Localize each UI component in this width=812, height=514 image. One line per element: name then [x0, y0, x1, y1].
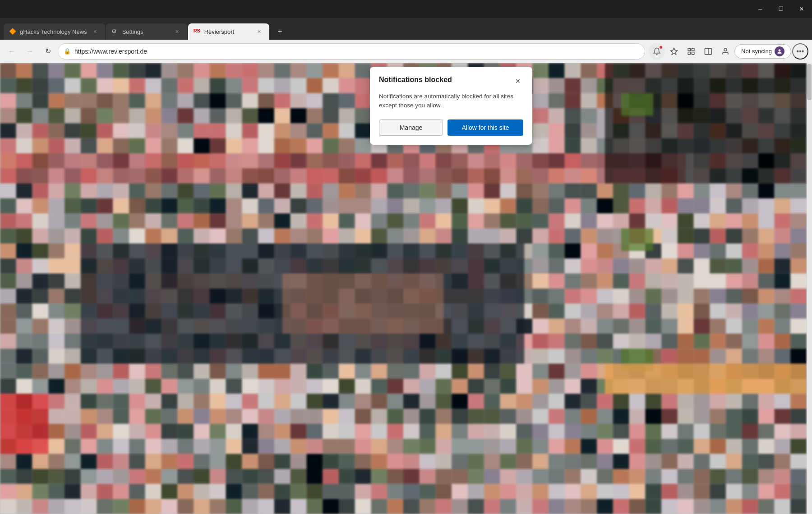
svg-rect-1	[688, 48, 690, 50]
toolbar-icons: Not syncing •••	[649, 43, 808, 60]
minimize-button[interactable]: ─	[750, 0, 770, 18]
tab-favicon-ghacks: 🔶	[9, 28, 16, 35]
notification-popup: Notifications blocked ✕ Notifications ar…	[370, 67, 532, 145]
svg-rect-4	[688, 52, 690, 54]
reload-button[interactable]: ↻	[40, 43, 56, 60]
page-content: Notifications blocked ✕ Notifications ar…	[0, 63, 812, 514]
tab-bar: 🔶 gHacks Technology News ✕ ⚙ Settings ✕ …	[0, 18, 812, 40]
popup-body: Notifications are automatically blocked …	[379, 92, 523, 110]
svg-point-7	[724, 48, 727, 51]
sync-button[interactable]: Not syncing	[734, 44, 791, 59]
notification-badge	[659, 46, 663, 49]
scrollbar[interactable]	[807, 63, 812, 514]
lock-icon: 🔒	[64, 48, 71, 55]
tab-close-settings[interactable]: ✕	[173, 27, 182, 36]
tab-reviersport[interactable]: RS Reviersport ✕	[188, 23, 269, 40]
url-bar[interactable]: 🔒 https://www.reviersport.de	[58, 43, 645, 60]
window-controls: ─ ❐ ✕	[750, 0, 812, 18]
title-bar: ─ ❐ ✕	[0, 0, 812, 18]
close-button[interactable]: ✕	[791, 0, 812, 18]
sync-label: Not syncing	[741, 48, 772, 55]
notifications-button[interactable]	[649, 43, 665, 60]
popup-title: Notifications blocked	[379, 76, 452, 84]
tab-favicon-settings: ⚙	[111, 28, 119, 35]
back-button[interactable]: ←	[4, 43, 20, 60]
url-text: https://www.reviersport.de	[74, 48, 639, 55]
collections-button[interactable]	[683, 43, 699, 60]
favorites-button[interactable]	[666, 43, 682, 60]
manage-button[interactable]: Manage	[379, 119, 443, 136]
allow-button[interactable]: Allow for this site	[448, 119, 523, 136]
popup-header: Notifications blocked ✕	[379, 76, 523, 87]
popup-close-button[interactable]: ✕	[512, 76, 523, 87]
tab-close-ghacks[interactable]: ✕	[91, 27, 100, 36]
tab-close-reviersport[interactable]: ✕	[255, 27, 264, 36]
tab-settings[interactable]: ⚙ Settings ✕	[106, 23, 187, 40]
popup-actions: Manage Allow for this site	[379, 119, 523, 136]
split-tab-button[interactable]	[700, 43, 716, 60]
svg-marker-0	[671, 48, 678, 54]
new-tab-button[interactable]: +	[272, 23, 288, 40]
svg-rect-3	[692, 52, 694, 54]
scrollbar-thumb[interactable]	[807, 64, 812, 100]
svg-point-8	[779, 49, 781, 51]
avatar	[775, 46, 784, 56]
profile-button[interactable]	[717, 43, 734, 60]
tab-label-reviersport: Reviersport	[204, 28, 251, 35]
forward-button[interactable]: →	[22, 43, 38, 60]
tab-label-ghacks: gHacks Technology News	[20, 28, 87, 35]
svg-rect-2	[692, 48, 694, 50]
tab-label-settings: Settings	[122, 28, 169, 35]
address-bar: ← → ↻ 🔒 https://www.reviersport.de	[0, 40, 812, 63]
tab-ghacks[interactable]: 🔶 gHacks Technology News ✕	[4, 23, 105, 40]
tab-favicon-reviersport: RS	[194, 28, 201, 35]
more-button[interactable]: •••	[792, 43, 808, 60]
maximize-button[interactable]: ❐	[770, 0, 791, 18]
